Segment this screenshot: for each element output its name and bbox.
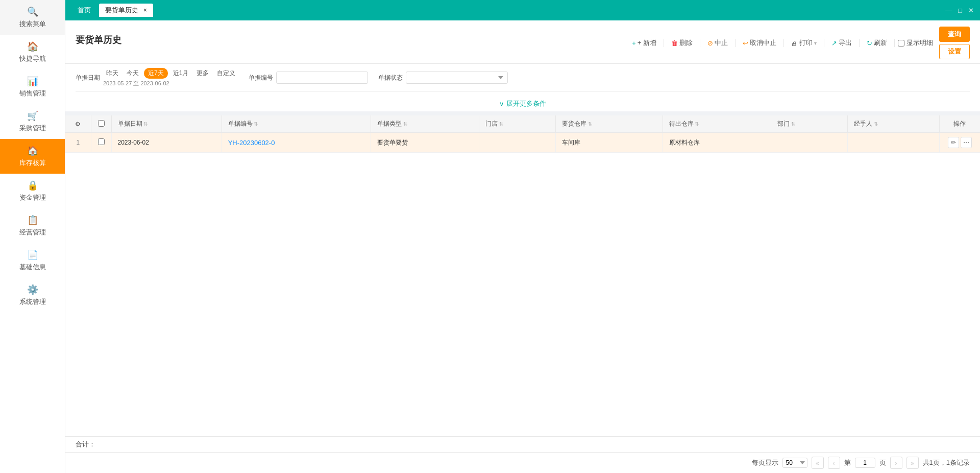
export-icon: ↗ (831, 39, 837, 47)
th-number[interactable]: 单据编号 (222, 115, 371, 133)
stop-button[interactable]: ⊘ 中止 (703, 36, 732, 50)
delete-icon: 🗑 (671, 39, 678, 47)
table-row: 1 2023-06-02 YH-20230602-0 要货单要货 车间库 原材料… (65, 133, 980, 153)
sidebar-item-system[interactable]: ⚙️系统管理 (0, 278, 65, 313)
row-pending-warehouse: 原材料仓库 (663, 133, 771, 153)
page-prefix: 第 (844, 458, 851, 467)
select-all-checkbox[interactable] (98, 120, 105, 127)
date-options: 昨天 今天 近7天 近1月 更多 自定义 2023-05-27 至 2023-0… (103, 68, 238, 87)
topbar: 首页 要货单历史 × — □ ✕ (65, 0, 980, 20)
page-title: 要货单历史 (76, 34, 121, 46)
divider-7 (894, 39, 895, 47)
sidebar-item-inventory[interactable]: 🏠库存核算 (0, 139, 65, 174)
toolbar-actions: + + 新增 🗑 删除 ⊘ 中止 ↩ 取消中止 (628, 27, 970, 59)
row-dept (771, 133, 848, 153)
display-detail-label: 显示明细 (906, 38, 933, 48)
prev-page-button[interactable]: ‹ (828, 457, 840, 469)
window-minimize-icon[interactable]: — (945, 7, 952, 14)
sidebar-item-sales[interactable]: 📊销售管理 (0, 69, 65, 104)
per-page-select[interactable]: 50 10 20 100 (782, 458, 807, 468)
last-page-button[interactable]: » (906, 457, 919, 469)
sidebar-item-finance[interactable]: 🔒资金管理 (0, 174, 65, 208)
window-maximize-icon[interactable]: □ (958, 7, 962, 14)
basic-icon: 📄 (27, 249, 38, 261)
cancel-stop-button[interactable]: ↩ 取消中止 (739, 36, 780, 50)
print-dropdown-icon: ▾ (814, 40, 817, 46)
date-buttons-row: 昨天 今天 近7天 近1月 更多 自定义 (103, 68, 238, 79)
row-more-button[interactable]: ⋯ (961, 137, 972, 148)
stop-icon: ⊘ (707, 39, 713, 47)
settings-button[interactable]: 设置 (939, 44, 970, 59)
print-button[interactable]: 🖨 打印 ▾ (787, 36, 821, 50)
date-btn-today[interactable]: 今天 (124, 68, 142, 79)
data-table: ⚙ 单据日期 单据编号 单据类型 门店 要货仓库 待出仓库 部门 经手人 操作 (65, 115, 980, 153)
th-type[interactable]: 单据类型 (371, 115, 479, 133)
table-header-row: ⚙ 单据日期 单据编号 单据类型 门店 要货仓库 待出仓库 部门 经手人 操作 (65, 115, 980, 133)
doc-number-input[interactable] (276, 72, 368, 84)
new-label: + 新增 (638, 38, 656, 48)
th-handler[interactable]: 经手人 (847, 115, 939, 133)
pagination: 每页显示 50 10 20 100 « ‹ 第 页 › » 共1页，1条记录 (65, 452, 980, 473)
sidebar-item-label: 基础信息 (19, 263, 46, 272)
sidebar-item-purchase[interactable]: 🛒采购管理 (0, 104, 65, 139)
quicknav-icon: 🏠 (27, 41, 38, 52)
sidebar-item-quicknav[interactable]: 🏠快捷导航 (0, 35, 65, 69)
date-btn-more[interactable]: 更多 (193, 68, 212, 79)
row-check (91, 133, 111, 153)
th-store[interactable]: 门店 (479, 115, 556, 133)
page-input[interactable] (855, 458, 875, 468)
refresh-icon: ↻ (867, 39, 872, 47)
query-button[interactable]: 查询 (939, 27, 970, 42)
first-page-button[interactable]: « (812, 457, 824, 469)
th-dept[interactable]: 部门 (771, 115, 848, 133)
delete-button[interactable]: 🗑 删除 (667, 36, 697, 50)
sidebar-item-search[interactable]: 🔍搜索菜单 (0, 0, 65, 35)
th-settings[interactable]: ⚙ (65, 115, 91, 133)
sidebar-item-basic[interactable]: 📄基础信息 (0, 243, 65, 278)
row-checkbox[interactable] (98, 138, 105, 145)
doc-status-select[interactable] (406, 72, 508, 84)
th-date[interactable]: 单据日期 (111, 115, 222, 133)
date-btn-1month[interactable]: 近1月 (170, 68, 192, 79)
expand-more-label: 展开更多条件 (506, 99, 546, 108)
total-info: 共1页，1条记录 (923, 458, 970, 467)
tab-close-icon[interactable]: × (143, 7, 147, 14)
tab-active[interactable]: 要货单历史 × (99, 4, 153, 17)
next-page-button[interactable]: › (890, 457, 902, 469)
th-action: 操作 (939, 115, 980, 133)
th-req-warehouse[interactable]: 要货仓库 (556, 115, 663, 133)
cancel-stop-label: 取消中止 (750, 38, 776, 48)
date-btn-7days[interactable]: 近7天 (144, 68, 168, 79)
date-btn-custom[interactable]: 自定义 (214, 68, 238, 79)
window-close-icon[interactable]: ✕ (968, 7, 974, 14)
date-range-display: 2023-05-27 至 2023-06-02 (103, 80, 238, 87)
header-toolbar: 要货单历史 + + 新增 🗑 删除 ⊘ 中止 ↩ (76, 27, 970, 59)
th-pending-warehouse[interactable]: 待出仓库 (663, 115, 771, 133)
sidebar-item-label: 快捷导航 (19, 54, 46, 63)
expand-more-button[interactable]: ∨ 展开更多条件 (499, 99, 546, 108)
row-type: 要货单要货 (371, 133, 479, 153)
tab-active-label: 要货单历史 (105, 6, 138, 15)
export-label: 导出 (839, 38, 852, 48)
sidebar-item-label: 资金管理 (19, 193, 46, 202)
row-req-warehouse: 车间库 (556, 133, 663, 153)
filter-expand-row: ∨ 展开更多条件 (76, 91, 970, 111)
date-btn-yesterday[interactable]: 昨天 (103, 68, 121, 79)
filter-row: 单据日期 昨天 今天 近7天 近1月 更多 自定义 2023-05-27 至 2… (76, 68, 970, 87)
sidebar-item-label: 销售管理 (19, 89, 46, 98)
tab-home[interactable]: 首页 (71, 4, 97, 17)
sidebar-item-operations[interactable]: 📋经营管理 (0, 208, 65, 243)
doc-status-label: 单据状态 (378, 74, 403, 82)
export-button[interactable]: ↗ 导出 (827, 36, 856, 50)
row-edit-button[interactable]: ✏ (948, 137, 959, 148)
sidebar-item-label: 库存核算 (19, 158, 46, 168)
new-button[interactable]: + + 新增 (628, 36, 660, 50)
refresh-button[interactable]: ↻ 刷新 (863, 36, 891, 50)
sidebar-item-label: 经营管理 (19, 228, 46, 237)
row-date: 2023-06-02 (111, 133, 222, 153)
row-number-link[interactable]: YH-20230602-0 (228, 139, 275, 147)
page-header: 要货单历史 + + 新增 🗑 删除 ⊘ 中止 ↩ (65, 20, 980, 64)
display-detail-toggle[interactable]: 显示明细 (898, 38, 933, 48)
page-suffix: 页 (879, 458, 886, 467)
display-detail-checkbox[interactable] (898, 40, 904, 46)
